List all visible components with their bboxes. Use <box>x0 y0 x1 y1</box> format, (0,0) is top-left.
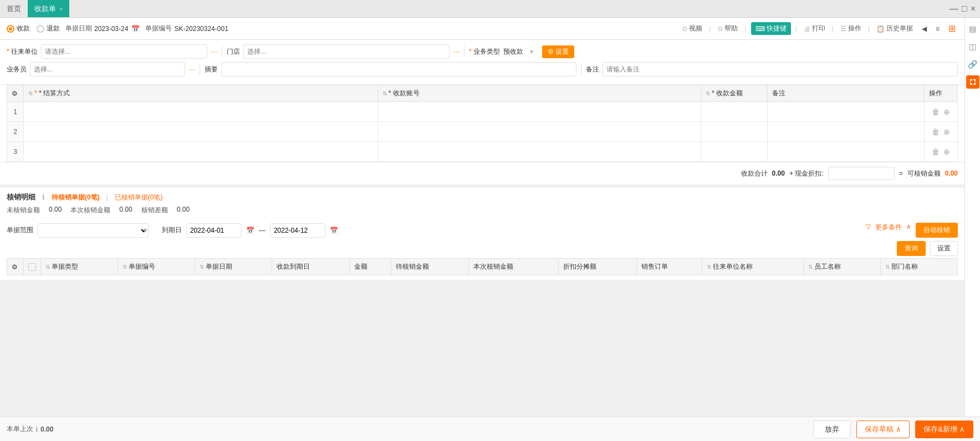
remark-cell-1[interactable] <box>767 102 924 122</box>
col-settle-header: ⇅ * * 结算方式 <box>24 85 378 102</box>
settle-cell-3[interactable] <box>24 142 378 162</box>
remark-label: 备注 <box>586 65 599 74</box>
delete-icon-1[interactable]: 🗑 <box>932 107 940 116</box>
divider3 <box>200 64 200 75</box>
maximize-btn[interactable]: □ <box>962 4 967 14</box>
date-to-input[interactable] <box>270 223 325 238</box>
total-label: 收款合计 <box>741 169 768 178</box>
btn-history[interactable]: 📋 历史单据 <box>874 23 915 34</box>
col-gear-bottom[interactable]: ⚙ <box>7 259 24 275</box>
discount-input[interactable] <box>828 167 895 180</box>
settle-cell-2[interactable] <box>24 122 378 142</box>
radio-tuikuan[interactable]: 退款 <box>37 24 60 33</box>
print-icon: 🖨 <box>804 25 810 33</box>
abandon-btn[interactable]: 放弃 <box>813 421 851 438</box>
calendar-from-icon[interactable]: 📅 <box>246 227 254 234</box>
date-separator: — <box>259 227 266 234</box>
info-icon[interactable]: ℹ <box>42 193 45 201</box>
amount-cell-3[interactable] <box>701 142 767 162</box>
remark-cell-2[interactable] <box>767 122 924 142</box>
amount-cell-1[interactable] <box>701 102 767 122</box>
btn-prev[interactable]: ◀ <box>920 24 929 34</box>
btn-print[interactable]: 🖨 打印 <box>802 23 828 34</box>
settings-icon: ⚙ <box>548 48 554 55</box>
btn-video[interactable]: ⊙ 视频 <box>680 23 705 34</box>
delete-icon-3[interactable]: 🗑 <box>932 147 940 156</box>
window-close-btn[interactable]: × <box>971 4 976 14</box>
radio-shoukuan[interactable]: 收款 <box>7 24 30 33</box>
biz-type-label: 业务类型 <box>469 47 500 57</box>
date-from-input[interactable] <box>186 223 242 238</box>
form-row-2: 业务员 ··· 摘要 备注 <box>7 62 958 76</box>
header-checkbox[interactable] <box>28 263 36 271</box>
remark-input[interactable] <box>603 62 958 76</box>
sidebar-link-icon[interactable]: 🔗 <box>966 58 979 71</box>
query-btn[interactable]: 查询 <box>897 241 926 256</box>
col-account-header: ⇅ * 收款账号 <box>377 85 701 102</box>
filter-icon[interactable]: ▽ <box>866 223 871 238</box>
salesman-input[interactable] <box>30 62 185 76</box>
delete-icon-2[interactable]: 🗑 <box>932 127 940 136</box>
sidebar-table-icon[interactable]: ▤ <box>966 22 979 35</box>
btn-shortcut[interactable]: ⌨ 快捷键 <box>751 22 791 35</box>
tab-receipt[interactable]: 收款单 × <box>28 0 69 17</box>
account-cell-3[interactable] <box>377 142 701 162</box>
col-remark-header: 备注 <box>767 85 924 102</box>
actions-cell-1: 🗑 ⊕ <box>925 102 958 122</box>
tab-done[interactable]: 已核销单据(0笔) <box>115 193 163 202</box>
summary-group: 摘要 <box>205 62 576 76</box>
col-gear[interactable]: ⚙ <box>7 85 24 102</box>
btn-layout[interactable]: ≡ <box>933 24 942 34</box>
copy-icon-2[interactable]: ⊕ <box>943 127 950 136</box>
info-icon-footer[interactable]: ℹ <box>35 425 38 433</box>
gear-icon[interactable]: ⚙ <box>12 90 18 98</box>
settle-cell-1[interactable] <box>24 102 378 122</box>
summary-label: 摘要 <box>205 65 218 74</box>
dropdown-arrow-new[interactable]: ∧ <box>959 425 965 433</box>
copy-icon-3[interactable]: ⊕ <box>943 147 950 156</box>
tab-pending[interactable]: 待核销单据(0笔) <box>52 193 100 202</box>
table-row: 1 🗑 ⊕ <box>7 102 958 122</box>
counterpart-more-btn[interactable]: ··· <box>211 47 217 56</box>
save-draft-btn[interactable]: 保存草稿 ∧ <box>856 421 910 438</box>
gear-icon-bottom[interactable]: ⚙ <box>12 263 18 271</box>
summary-input[interactable] <box>221 62 576 76</box>
btn-help[interactable]: ⊙ 帮助 <box>715 23 740 34</box>
amount-cell-2[interactable] <box>701 122 767 142</box>
calendar-icon[interactable]: 📅 <box>131 25 140 33</box>
btn-operation[interactable]: ☰ 操作 <box>838 23 864 34</box>
col-action-header: 操作 <box>925 85 958 102</box>
bottom-table: ⚙ ⇅ 单据类型 ⇅ 单据编号 ⇅ 单据日期 <box>7 258 958 275</box>
counterpart-input[interactable] <box>41 44 207 59</box>
account-cell-2[interactable] <box>377 122 701 142</box>
sidebar-expand-icon[interactable] <box>966 75 979 89</box>
biz-type-group: 业务类型 预收款 ▼ ⚙ 设置 <box>469 45 958 58</box>
minimize-btn[interactable]: — <box>950 4 958 14</box>
calendar-to-icon[interactable]: 📅 <box>330 227 338 234</box>
diff-label: 核销差额 <box>141 206 168 215</box>
biz-type-dropdown-icon[interactable]: ▼ <box>529 49 534 55</box>
auto-cancel-btn[interactable]: 自动核销 <box>916 223 958 238</box>
salesman-more-btn[interactable]: ··· <box>188 65 195 74</box>
copy-icon-1[interactable]: ⊕ <box>943 107 950 116</box>
tab-home[interactable]: 首页 <box>0 0 28 17</box>
due-date-label: 到期日 <box>162 225 182 235</box>
settings-btn[interactable]: ⚙ 设置 <box>542 45 574 58</box>
more-conditions-label[interactable]: 更多条件 <box>875 223 902 238</box>
range-select[interactable] <box>38 223 149 238</box>
col-amount-header: 金额 <box>350 259 391 275</box>
btn-grid[interactable]: ⊞ <box>946 22 958 35</box>
verify-stats: 未核销金额 0.00 本次核销金额 0.00 核销差额 0.00 <box>7 206 958 215</box>
store-input[interactable] <box>243 44 450 59</box>
col-amount-header: ⇅ * 收款金额 <box>701 85 767 102</box>
remark-cell-3[interactable] <box>767 142 924 162</box>
radio-group: 收款 退款 <box>7 24 60 33</box>
account-cell-1[interactable] <box>377 102 701 122</box>
store-more-btn[interactable]: ··· <box>453 47 460 56</box>
save-new-btn[interactable]: 保存&新增 ∧ <box>915 421 973 438</box>
sidebar-panel-icon[interactable]: ◫ <box>966 40 979 53</box>
tab-close-btn[interactable]: × <box>59 6 63 12</box>
chevron-up-icon[interactable]: ∧ <box>906 223 911 238</box>
dropdown-arrow-draft[interactable]: ∧ <box>896 425 901 433</box>
settings-btn2[interactable]: 设置 <box>930 241 958 256</box>
